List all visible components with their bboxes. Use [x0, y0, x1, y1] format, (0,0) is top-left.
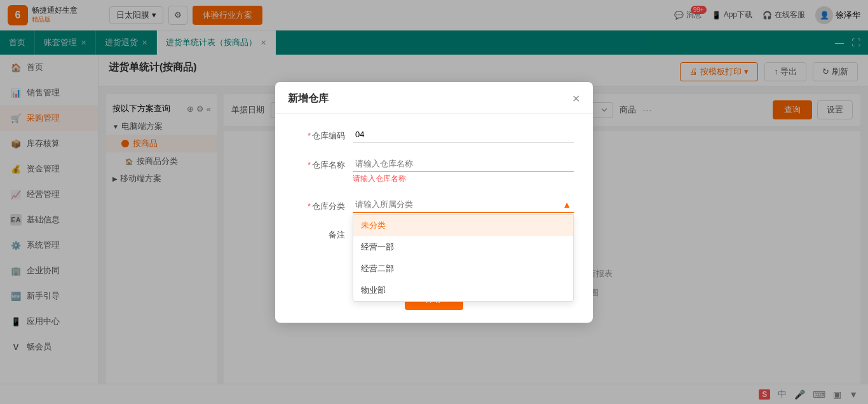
code-label: *仓库编码	[294, 126, 345, 142]
dialog-body: *仓库编码 04 *仓库名称 请输入仓库名称 *仓库分类	[275, 114, 593, 278]
dropdown-item-property[interactable]: 物业部	[353, 279, 573, 301]
category-input[interactable]	[355, 199, 562, 209]
code-row: *仓库编码 04	[294, 126, 574, 143]
dialog-title: 新增仓库	[288, 92, 329, 105]
category-field: ▲ 未分类 经营一部 经营二部 物业部	[353, 197, 574, 213]
category-input-wrap: ▲	[353, 197, 574, 213]
note-label: 备注	[294, 226, 345, 241]
category-label: *仓库分类	[294, 197, 345, 212]
name-label: *仓库名称	[294, 156, 345, 171]
category-dropdown: 未分类 经营一部 经营二部 物业部	[353, 214, 574, 302]
dropdown-item-dept2[interactable]: 经营二部	[353, 258, 573, 279]
dialog-header: 新增仓库 ✕	[275, 82, 593, 114]
code-field: 04	[353, 126, 574, 143]
dropdown-item-uncategorized[interactable]: 未分类	[353, 215, 573, 236]
modal-overlay[interactable]: 新增仓库 ✕ *仓库编码 04 *仓库名称 请输入仓库名称	[0, 0, 868, 404]
dialog-close-button[interactable]: ✕	[572, 93, 580, 105]
category-arrow-icon[interactable]: ▲	[562, 199, 571, 210]
code-input[interactable]: 04	[353, 126, 574, 143]
name-error-msg: 请输入仓库名称	[353, 173, 574, 184]
dropdown-item-dept1[interactable]: 经营一部	[353, 236, 573, 258]
name-input[interactable]	[353, 156, 574, 172]
name-field: 请输入仓库名称	[353, 156, 574, 184]
category-row: *仓库分类 ▲ 未分类 经营一部 经营二部 物业部	[294, 197, 574, 213]
add-warehouse-dialog: 新增仓库 ✕ *仓库编码 04 *仓库名称 请输入仓库名称	[275, 82, 593, 323]
name-row: *仓库名称 请输入仓库名称	[294, 156, 574, 184]
